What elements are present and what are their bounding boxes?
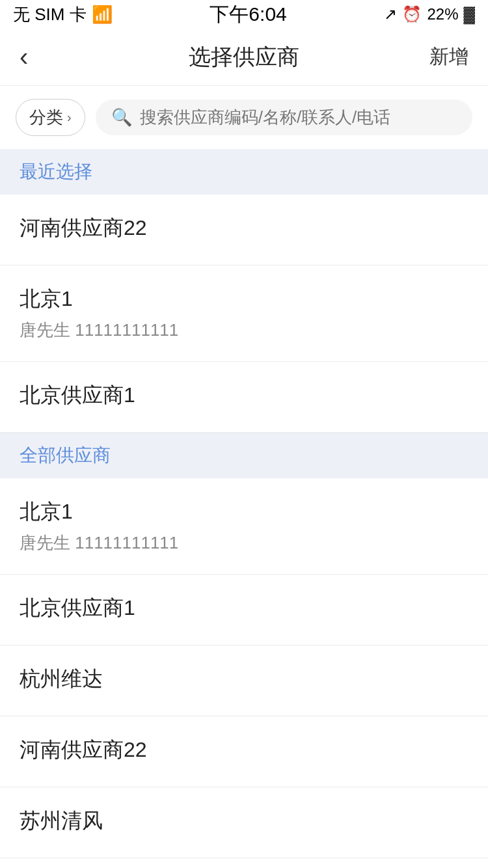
item-name: 北京供应商1 xyxy=(20,594,468,623)
category-filter-button[interactable]: 分类 › xyxy=(16,99,85,136)
search-icon: 🔍 xyxy=(111,107,132,128)
all-list-item[interactable]: 杭州维达 xyxy=(0,645,488,716)
page-title: 选择供应商 xyxy=(189,42,299,72)
item-name: 河南供应商22 xyxy=(20,736,468,765)
item-sub: 唐先生 11111111111 xyxy=(20,319,468,342)
category-label: 分类 xyxy=(29,106,63,129)
recent-section-header: 最近选择 xyxy=(0,149,488,195)
status-right: ↗ ⏰ 22% ▓ xyxy=(384,5,475,23)
search-box: 🔍 xyxy=(96,100,472,135)
all-list-item[interactable]: 北京1唐先生 11111111111 xyxy=(0,478,488,575)
item-name: 杭州维达 xyxy=(20,665,468,694)
nav-bar: ‹ 选择供应商 新增 xyxy=(0,29,488,86)
recent-list-item[interactable]: 河南供应商22 xyxy=(0,195,488,265)
alarm-icon: ⏰ xyxy=(402,5,422,23)
back-button[interactable]: ‹ xyxy=(20,42,59,72)
battery-percent: 22% xyxy=(427,5,458,23)
chevron-right-icon: › xyxy=(67,110,72,125)
all-list-item[interactable]: 北京供应商1 xyxy=(0,575,488,645)
recent-list-item[interactable]: 北京供应商1 xyxy=(0,362,488,433)
item-name: 北京供应商1 xyxy=(20,381,468,410)
all-list-item[interactable]: 河南供应商22 xyxy=(0,716,488,787)
wifi-icon: 📶 xyxy=(92,5,113,25)
recent-list-item[interactable]: 北京1唐先生 11111111111 xyxy=(0,265,488,362)
item-sub: 唐先生 11111111111 xyxy=(20,532,468,554)
status-time: 下午6:04 xyxy=(210,1,286,28)
status-bar: 无 SIM 卡 📶 下午6:04 ↗ ⏰ 22% ▓ xyxy=(0,0,488,29)
location-icon: ↗ xyxy=(384,5,397,23)
item-name: 苏州清风 xyxy=(20,807,468,835)
battery-icon: ▓ xyxy=(463,5,475,23)
search-input[interactable] xyxy=(140,107,457,128)
all-section-header: 全部供应商 xyxy=(0,433,488,478)
add-new-button[interactable]: 新增 xyxy=(429,44,468,70)
recent-items-list: 河南供应商22北京1唐先生 11111111111北京供应商1 xyxy=(0,195,488,433)
all-list-item[interactable]: 苏州清风 xyxy=(0,787,488,858)
item-name: 河南供应商22 xyxy=(20,214,468,243)
search-row: 分类 › 🔍 xyxy=(0,86,488,149)
status-left: 无 SIM 卡 📶 xyxy=(13,3,113,26)
item-name: 北京1 xyxy=(20,498,468,526)
item-name: 北京1 xyxy=(20,285,468,314)
sim-status: 无 SIM 卡 xyxy=(13,3,87,26)
all-items-list: 北京1唐先生 11111111111北京供应商1杭州维达河南供应商22苏州清风 xyxy=(0,478,488,858)
